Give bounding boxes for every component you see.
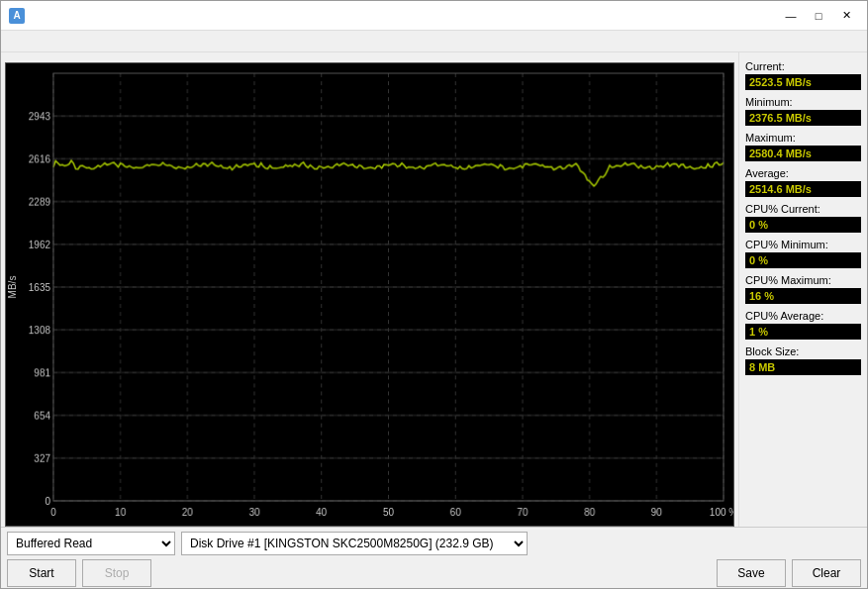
stat-label-cpu_current: CPU% Current:: [745, 203, 861, 215]
stat-block-cpu_average: CPU% Average:1 %: [745, 310, 861, 340]
stat-block-minimum: Minimum:2376.5 MB/s: [745, 96, 861, 126]
menu-file[interactable]: [5, 40, 21, 44]
maximize-button[interactable]: □: [806, 6, 831, 26]
stat-block-maximum: Maximum:2580.4 MB/s: [745, 132, 861, 161]
clear-button[interactable]: Clear: [792, 559, 861, 587]
stat-block-current: Current:2523.5 MB/s: [745, 60, 861, 90]
chart-container: [5, 62, 734, 527]
stat-value-current: 2523.5 MB/s: [745, 74, 861, 90]
drive-select[interactable]: Disk Drive #1 [KINGSTON SKC2500M8250G] (…: [181, 532, 528, 555]
main-content: Current:2523.5 MB/sMinimum:2376.5 MB/sMa…: [1, 52, 867, 527]
menu-bar: [1, 31, 867, 52]
bottom-row2: Start Stop Save Clear: [7, 559, 861, 587]
save-button[interactable]: Save: [717, 559, 786, 587]
bottom-bar: Buffered ReadSequential ReadSequential W…: [1, 527, 867, 588]
stat-block-average: Average:2514.6 MB/s: [745, 167, 861, 197]
sidebar: Current:2523.5 MB/sMinimum:2376.5 MB/sMa…: [738, 52, 867, 527]
stat-value-cpu_maximum: 16 %: [745, 288, 861, 304]
stat-block-cpu_maximum: CPU% Maximum:16 %: [745, 274, 861, 304]
bottom-row1: Buffered ReadSequential ReadSequential W…: [7, 532, 861, 555]
stat-label-cpu_maximum: CPU% Maximum:: [745, 274, 861, 286]
title-controls: — □ ✕: [778, 6, 859, 26]
stat-block-block_size: Block Size:8 MB: [745, 345, 861, 375]
chart-area: [1, 52, 738, 527]
title-bar: A — □ ✕: [1, 1, 867, 31]
stat-label-current: Current:: [745, 60, 861, 72]
chart-canvas: [6, 63, 733, 526]
stop-button[interactable]: Stop: [82, 559, 151, 587]
stat-value-cpu_minimum: 0 %: [745, 252, 861, 268]
stat-label-block_size: Block Size:: [745, 345, 861, 357]
stat-value-cpu_average: 1 %: [745, 324, 861, 340]
test-select[interactable]: Buffered ReadSequential ReadSequential W…: [7, 532, 175, 555]
start-button[interactable]: Start: [7, 559, 76, 587]
stat-value-block_size: 8 MB: [745, 359, 861, 375]
minimize-button[interactable]: —: [778, 6, 804, 26]
stat-label-average: Average:: [745, 167, 861, 179]
main-window: A — □ ✕ Current:2523.5 MB/sMinimum:2376.…: [0, 0, 868, 589]
stat-value-average: 2514.6 MB/s: [745, 181, 861, 197]
stat-label-cpu_minimum: CPU% Minimum:: [745, 239, 861, 250]
stat-label-cpu_average: CPU% Average:: [745, 310, 861, 322]
stat-label-minimum: Minimum:: [745, 96, 861, 108]
stat-block-cpu_current: CPU% Current:0 %: [745, 203, 861, 233]
stat-value-maximum: 2580.4 MB/s: [745, 146, 861, 161]
app-icon: A: [9, 8, 25, 24]
menu-options[interactable]: [21, 40, 37, 44]
title-bar-left: A: [9, 8, 31, 24]
stat-label-maximum: Maximum:: [745, 132, 861, 144]
stat-value-minimum: 2376.5 MB/s: [745, 110, 861, 126]
stat-value-cpu_current: 0 %: [745, 217, 861, 233]
close-button[interactable]: ✕: [833, 6, 859, 26]
stat-block-cpu_minimum: CPU% Minimum:0 %: [745, 239, 861, 268]
